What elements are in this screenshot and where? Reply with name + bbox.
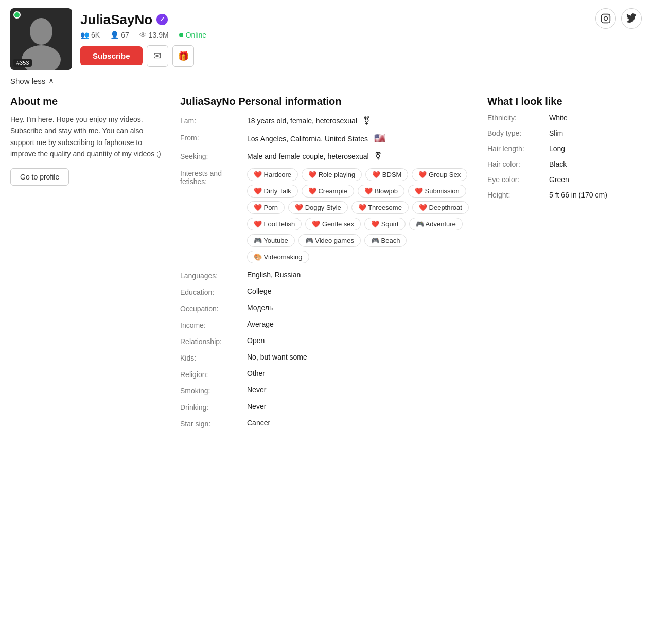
drinking-row: Drinking: Never — [180, 402, 472, 412]
eye-color-row: Eye color: Green — [487, 175, 642, 184]
social-icons — [595, 8, 642, 29]
occupation-row: Occupation: Модель — [180, 303, 472, 313]
education-row: Education: College — [180, 287, 472, 296]
religion-label: Religion: — [180, 369, 247, 379]
profile-actions: Subscribe ✉ 🎁 — [80, 45, 642, 67]
gender-icon: ⚧ — [363, 116, 370, 125]
seeking-value: Male and female couple, heterosexual ⚧ — [247, 151, 472, 161]
flag-icon: 🇺🇸 — [374, 133, 385, 144]
interest-tag: 🎮 Adventure — [409, 218, 463, 230]
svg-rect-3 — [602, 14, 610, 23]
hair-color-label: Hair color: — [487, 160, 549, 168]
income-row: Income: Average — [180, 320, 472, 329]
hair-color-row: Hair color: Black — [487, 160, 642, 168]
hair-length-row: Hair length: Long — [487, 145, 642, 153]
education-label: Education: — [180, 287, 247, 296]
ethnicity-label: Ethnicity: — [487, 114, 549, 122]
svg-point-1 — [30, 18, 52, 45]
looks-title: What I look like — [487, 96, 642, 108]
i-am-row: I am: 18 years old, female, heterosexual… — [180, 116, 472, 126]
relationship-row: Relationship: Open — [180, 336, 472, 346]
i-am-value: 18 years old, female, heterosexual ⚧ — [247, 116, 472, 126]
about-text: Hey. I'm here. Hope you enjoy my videos.… — [10, 114, 165, 160]
star-sign-row: Star sign: Cancer — [180, 419, 472, 428]
interest-tag: ❤️ Dirty Talk — [247, 185, 298, 198]
height-label: Height: — [487, 191, 549, 199]
views-stat: 👁 13.9M — [139, 31, 169, 39]
profile-name-row: JuliaSayNo ✓ — [80, 12, 642, 28]
interest-tag: 🎮 Youtube — [247, 234, 295, 247]
interest-tag: ❤️ BDSM — [365, 168, 408, 181]
followers-stat: 👥 6K — [80, 31, 100, 39]
interests-label: Interests and fetishes: — [180, 168, 247, 186]
body-type-value: Slim — [549, 129, 563, 137]
profile-name: JuliaSayNo — [80, 12, 152, 28]
interest-tag: 🎮 Video games — [298, 234, 361, 247]
interests-row: Interests and fetishes: ❤️ Hardcore❤️ Ro… — [180, 168, 472, 263]
hair-length-label: Hair length: — [487, 145, 549, 153]
views-icon: 👁 — [139, 31, 147, 39]
verified-badge: ✓ — [156, 14, 168, 25]
profile-stats: 👥 6K 👤 67 👁 13.9M Online — [80, 31, 642, 39]
following-stat: 👤 67 — [110, 31, 129, 39]
main-content: About me Hey. I'm here. Hope you enjoy m… — [10, 96, 642, 435]
gift-button[interactable]: 🎁 — [172, 45, 194, 67]
education-value: College — [247, 287, 472, 295]
occupation-label: Occupation: — [180, 303, 247, 313]
body-type-label: Body type: — [487, 129, 549, 137]
go-to-profile-button[interactable]: Go to profile — [10, 168, 69, 186]
eye-color-value: Green — [549, 175, 569, 184]
instagram-button[interactable] — [595, 8, 616, 29]
smoking-label: Smoking: — [180, 386, 247, 395]
tags-container: ❤️ Hardcore❤️ Role playing❤️ BDSM❤️ Grou… — [247, 168, 472, 263]
interests-container: ❤️ Hardcore❤️ Role playing❤️ BDSM❤️ Grou… — [247, 168, 472, 263]
kids-label: Kids: — [180, 353, 247, 362]
interest-tag: ❤️ Foot fetish — [247, 218, 302, 230]
hair-length-value: Long — [549, 145, 565, 153]
interest-tag: 🎮 Beach — [364, 234, 407, 247]
about-title: About me — [10, 96, 165, 108]
interest-tag: ❤️ Gentle sex — [305, 218, 361, 230]
from-row: From: Los Angeles, California, United St… — [180, 133, 472, 144]
i-am-label: I am: — [180, 116, 247, 125]
languages-label: Languages: — [180, 271, 247, 280]
personal-section: JuliaSayNo Personal information I am: 18… — [180, 96, 472, 435]
interest-tag: ❤️ Blowjob — [358, 185, 404, 198]
ethnicity-row: Ethnicity: White — [487, 114, 642, 122]
eye-color-label: Eye color: — [487, 175, 549, 184]
drinking-value: Never — [247, 402, 472, 410]
show-less-button[interactable]: Show less ∧ — [10, 76, 642, 85]
from-value: Los Angeles, California, United States 🇺… — [247, 133, 472, 144]
online-status: Online — [179, 31, 206, 39]
religion-row: Religion: Other — [180, 369, 472, 379]
online-dot-avatar — [13, 11, 21, 19]
interest-tag: ❤️ Squirt — [364, 218, 406, 230]
online-label: Online — [186, 31, 206, 39]
twitter-button[interactable] — [621, 8, 642, 29]
interest-tag: ❤️ Group Sex — [412, 168, 467, 181]
subscribe-button[interactable]: Subscribe — [80, 46, 143, 65]
kids-row: Kids: No, but want some — [180, 353, 472, 362]
relationship-label: Relationship: — [180, 336, 247, 346]
seeking-row: Seeking: Male and female couple, heteros… — [180, 151, 472, 161]
followers-count: 6K — [91, 31, 100, 39]
income-label: Income: — [180, 320, 247, 329]
svg-point-4 — [604, 17, 608, 21]
message-button[interactable]: ✉ — [147, 45, 168, 67]
profile-info: JuliaSayNo ✓ 👥 6K 👤 67 👁 13.9M — [80, 12, 642, 67]
profile-header: #353 JuliaSayNo ✓ 👥 6K 👤 67 👁 13.9M — [10, 8, 642, 70]
from-label: From: — [180, 133, 247, 142]
smoking-value: Never — [247, 386, 472, 394]
about-section: About me Hey. I'm here. Hope you enjoy m… — [10, 96, 165, 435]
following-count: 67 — [121, 31, 129, 39]
occupation-value: Модель — [247, 303, 472, 312]
online-dot — [179, 33, 183, 37]
avatar-badge: #353 — [13, 59, 32, 67]
couple-icon: ⚧ — [375, 152, 381, 160]
interest-tag: ❤️ Porn — [247, 201, 285, 214]
smoking-row: Smoking: Never — [180, 386, 472, 395]
interest-tag: ❤️ Creampie — [302, 185, 354, 198]
body-type-row: Body type: Slim — [487, 129, 642, 137]
star-sign-value: Cancer — [247, 419, 472, 427]
interest-tag: 🎨 Videomaking — [247, 251, 309, 263]
